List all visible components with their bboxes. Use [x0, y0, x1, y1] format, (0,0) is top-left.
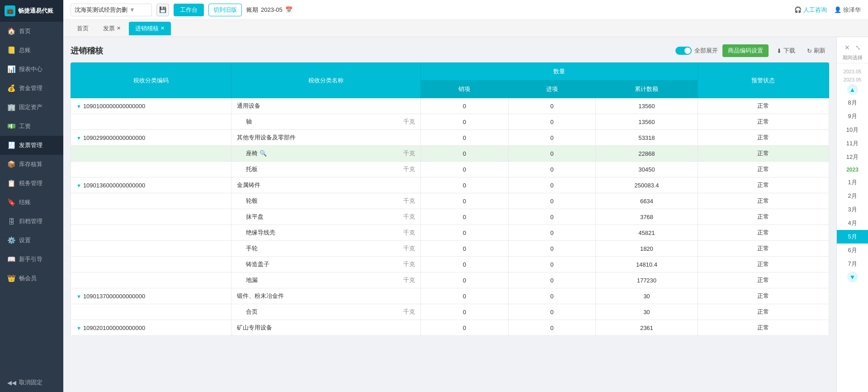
- user-menu[interactable]: 👤 徐泽华: [834, 6, 861, 14]
- row-sales-in: 0: [508, 146, 596, 162]
- th-sales-out: 销项: [421, 81, 509, 98]
- download-icon: ⬇: [777, 48, 782, 54]
- company-selector[interactable]: 沈海英测试经营勿删 ▼: [71, 4, 152, 16]
- service-button[interactable]: 🎧 人工咨询: [794, 6, 827, 14]
- scroll-down-button[interactable]: ▼: [847, 272, 858, 282]
- row-sales-in: 0: [508, 114, 596, 130]
- collapse-icon[interactable]: ▼: [76, 104, 81, 109]
- refresh-button[interactable]: ↻ 刷新: [803, 44, 829, 57]
- sidebar-item-畅会员[interactable]: 👑畅会员: [0, 269, 63, 288]
- old-version-button[interactable]: 切到旧版: [208, 4, 242, 16]
- toggle-switch[interactable]: [675, 47, 692, 55]
- row-sales-out: 0: [421, 288, 509, 304]
- table-row[interactable]: 座椅🔍 千克 0 0 22868 正常: [71, 146, 829, 162]
- sidebar-label-11: 设置: [19, 236, 31, 244]
- collapse-icon[interactable]: ▼: [76, 294, 81, 299]
- toggle-all-label: 全部展开: [694, 47, 718, 55]
- month-item-12月[interactable]: 12月: [837, 150, 868, 164]
- panel-header: ✕ ⤡ 期间选择: [837, 41, 868, 63]
- sidebar-item-固定资产[interactable]: 🏢固定资产: [0, 98, 63, 117]
- year-label-2023: 2023: [837, 164, 868, 176]
- sidebar-item-归档管理[interactable]: 🗄归档管理: [0, 212, 63, 231]
- month-item-1月[interactable]: 1月: [837, 176, 868, 189]
- row-cumulative: 1820: [596, 241, 698, 257]
- tab-home[interactable]: 首页: [71, 22, 95, 35]
- sidebar-item-首页[interactable]: 🏠首页: [0, 22, 63, 41]
- row-sales-in: 0: [508, 257, 596, 272]
- tab-reconcile-close[interactable]: ✕: [160, 25, 165, 31]
- tabs-bar: 首页 发票 ✕ 进销稽核 ✕: [63, 20, 868, 37]
- scroll-up-button[interactable]: ▲: [847, 84, 858, 95]
- page-content: 进销稽核 全部展开 商品编码设置 ⬇ 下载 ↻ 刷新: [63, 37, 868, 392]
- toolbar-right: 全部展开 商品编码设置 ⬇ 下载 ↻ 刷新: [675, 44, 829, 57]
- row-status: 正常: [698, 257, 829, 272]
- row-sales-in: 0: [508, 162, 596, 177]
- row-sales-out: 0: [421, 146, 509, 162]
- sidebar-item-库存核算[interactable]: 📦库存核算: [0, 155, 63, 174]
- company-dropdown-arrow: ▼: [129, 6, 135, 13]
- row-code: [71, 225, 231, 241]
- month-item-3月[interactable]: 3月: [837, 203, 868, 216]
- sidebar-item-资金管理[interactable]: 💰资金管理: [0, 79, 63, 98]
- month-item-2月[interactable]: 2月: [837, 189, 868, 203]
- main-area: 沈海英测试经营勿删 ▼ 💾 工作台 切到旧版 账期 2023-05 📅 🎧 人工…: [63, 0, 868, 392]
- collapse-icon[interactable]: ▼: [76, 325, 81, 331]
- tab-invoice[interactable]: 发票 ✕: [97, 22, 127, 35]
- tab-reconcile[interactable]: 进销稽核 ✕: [129, 22, 171, 35]
- row-sales-in: 0: [508, 177, 596, 193]
- sidebar-label-4: 固定资产: [19, 103, 42, 111]
- sidebar-item-新手引导[interactable]: 📖新手引导: [0, 250, 63, 269]
- sidebar: 💼 畅捷通易代账 🏠首页📒总账📊报表中心💰资金管理🏢固定资产💵工资🧾发票管理📦库…: [0, 0, 63, 392]
- app-logo: 💼 畅捷通易代账: [0, 0, 63, 22]
- workbench-button[interactable]: 工作台: [174, 4, 204, 16]
- table-row: 铸造盖子 千克 0 0 14810.4 正常: [71, 257, 829, 272]
- download-button[interactable]: ⬇ 下载: [773, 44, 799, 57]
- collapse-icon[interactable]: ▼: [76, 135, 81, 141]
- panel-close-button[interactable]: ✕: [842, 43, 852, 53]
- row-code: [71, 272, 231, 288]
- month-item-9月[interactable]: 9月: [837, 110, 868, 123]
- sidebar-label-2: 报表中心: [19, 65, 42, 73]
- sidebar-item-设置[interactable]: ⚙️设置: [0, 231, 63, 250]
- month-item-6月[interactable]: 6月: [837, 244, 868, 257]
- search-icon[interactable]: 🔍: [259, 150, 267, 157]
- month-item-5月[interactable]: 5月: [837, 230, 868, 244]
- sidebar-item-总账[interactable]: 📒总账: [0, 41, 63, 60]
- panel-expand-button[interactable]: ⤡: [853, 43, 863, 53]
- sidebar-item-发票管理[interactable]: 🧾发票管理: [0, 136, 63, 155]
- sidebar-item-报表中心[interactable]: 📊报表中心: [0, 60, 63, 79]
- row-status: 正常: [698, 288, 829, 304]
- tab-invoice-label: 发票: [103, 24, 115, 33]
- tab-invoice-close[interactable]: ✕: [117, 25, 121, 31]
- product-code-button[interactable]: 商品编码设置: [722, 44, 769, 57]
- sidebar-item-结账[interactable]: 🔖结账: [0, 193, 63, 212]
- sidebar-icon-12: 📖: [7, 255, 15, 263]
- save-button[interactable]: 💾: [156, 4, 169, 16]
- th-tax-code: 税收分类编码: [71, 63, 231, 98]
- sidebar-item-工资[interactable]: 💵工资: [0, 117, 63, 136]
- tab-reconcile-label: 进销稽核: [135, 24, 159, 33]
- collapse-icon[interactable]: ▼: [76, 183, 81, 188]
- month-item-11月[interactable]: 11月: [837, 137, 868, 150]
- row-code: [71, 114, 231, 130]
- content-area: 进销稽核 全部展开 商品编码设置 ⬇ 下载 ↻ 刷新: [63, 37, 836, 392]
- sidebar-icon-5: 💵: [7, 122, 15, 130]
- sidebar-icon-1: 📒: [7, 46, 15, 54]
- row-name-unit: 地漏 千克: [231, 272, 420, 288]
- row-name: 金属铸件: [231, 177, 420, 193]
- table-row: ▼1090100000000000000 通用设备 0 0 13560 正常: [71, 98, 829, 114]
- row-code: [71, 193, 231, 209]
- month-item-4月[interactable]: 4月: [837, 216, 868, 230]
- company-name: 沈海英测试经营勿删: [75, 6, 127, 14]
- sidebar-unpin[interactable]: ◀◀ 取消固定: [0, 373, 63, 392]
- row-name-unit: 铸造盖子 千克: [231, 257, 420, 272]
- month-item-10月[interactable]: 10月: [837, 123, 868, 137]
- sidebar-item-税务管理[interactable]: 📋税务管理: [0, 174, 63, 193]
- row-cumulative: 3768: [596, 209, 698, 225]
- row-sales-in: 0: [508, 130, 596, 146]
- month-item-8月[interactable]: 8月: [837, 96, 868, 110]
- calendar-icon[interactable]: 📅: [285, 6, 292, 13]
- pin-icon: ◀◀: [7, 379, 16, 386]
- period-value: 2023-05: [261, 6, 283, 13]
- month-item-7月[interactable]: 7月: [837, 257, 868, 271]
